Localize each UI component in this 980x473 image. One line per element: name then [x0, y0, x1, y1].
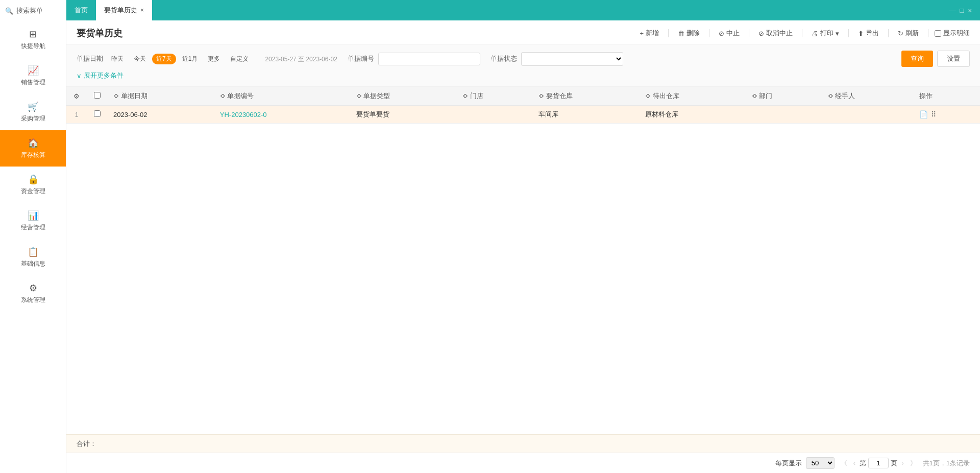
table-row[interactable]: 1 2023-06-02 YH-20230602-0 要货单要货 车间库 原材料… — [66, 106, 980, 124]
row-checkbox[interactable] — [94, 110, 101, 117]
per-page-label: 每页显示 — [775, 459, 802, 468]
refresh-icon: ↻ — [898, 30, 903, 37]
sum-label: 合计： — [77, 439, 96, 448]
active-tab-label: 要货单历史 — [104, 6, 137, 15]
sidebar-item-label: 资金管理 — [21, 187, 45, 196]
stop-button[interactable]: ⊘ 中止 — [716, 27, 743, 40]
cancel-stop-icon: ⊘ — [758, 30, 764, 37]
th-settings[interactable]: ⚙ — [66, 87, 87, 106]
tab-close-icon[interactable]: × — [140, 7, 144, 14]
th-store[interactable]: ≎ 门店 — [456, 87, 532, 106]
per-page-select[interactable]: 10 20 50 100 — [806, 457, 835, 469]
date-range-display: 2023-05-27 至 2023-06-02 — [265, 54, 337, 64]
print-dropdown-icon: ▾ — [836, 30, 839, 37]
show-detail-checkbox-label[interactable]: 显示明细 — [935, 29, 970, 38]
sidebar-search[interactable]: 🔍 搜索菜单 — [0, 0, 66, 21]
th-doc-type[interactable]: ≎ 单据类型 — [350, 87, 457, 106]
th-req-warehouse[interactable]: ≎ 要货仓库 — [532, 87, 639, 106]
settings-button[interactable]: 设置 — [937, 51, 970, 67]
export-button[interactable]: ⬆ 导出 — [855, 27, 882, 40]
page-title: 要货单历史 — [77, 27, 122, 39]
main-area: 首页 要货单历史 × — □ × 要货单历史 + 新增 🗑 删除 — [66, 0, 980, 473]
edit-icon[interactable]: 📄 — [919, 110, 928, 119]
show-detail-checkbox[interactable] — [935, 30, 941, 37]
date-filter-label: 单据日期 — [77, 54, 103, 63]
sep6 — [888, 29, 889, 37]
last-page-btn[interactable]: 》 — [908, 458, 919, 469]
sidebar-item-system[interactable]: ⚙ 系统管理 — [0, 275, 66, 312]
doc-no-link[interactable]: YH-20230602-0 — [220, 111, 267, 119]
sep5 — [848, 29, 849, 37]
tab-bar: 首页 要货单历史 × — □ × — [66, 0, 980, 20]
query-button[interactable]: 查询 — [901, 51, 933, 67]
date-filter-group: 单据日期 昨天 今天 近7天 近1月 更多 自定义 — [77, 54, 253, 64]
sidebar-item-label: 销售管理 — [21, 78, 45, 87]
page-nav: 《 ‹ 第 页 › 》 — [839, 458, 919, 469]
sidebar-item-label: 系统管理 — [21, 296, 45, 304]
row-checkbox-cell[interactable] — [87, 106, 107, 124]
new-button[interactable]: + 新增 — [636, 27, 662, 40]
minimize-icon[interactable]: — — [949, 7, 956, 14]
th-checkbox[interactable] — [87, 87, 107, 106]
sidebar-item-operations[interactable]: 📊 经营管理 — [0, 203, 66, 239]
cancel-stop-button[interactable]: ⊘ 取消中止 — [755, 27, 796, 40]
filter-area: 单据日期 昨天 今天 近7天 近1月 更多 自定义 2023-05-27 至 2… — [66, 44, 980, 87]
print-button[interactable]: 🖨 打印 ▾ — [808, 27, 842, 40]
more-icon[interactable]: ⠿ — [931, 110, 936, 119]
maximize-icon[interactable]: □ — [960, 7, 964, 14]
home-tab-label: 首页 — [75, 6, 88, 15]
window-close-icon[interactable]: × — [968, 7, 972, 14]
row-doc-no[interactable]: YH-20230602-0 — [214, 106, 350, 124]
page-input[interactable] — [868, 458, 889, 468]
th-pending-warehouse[interactable]: ≎ 待出仓库 — [639, 87, 746, 106]
sidebar-item-label: 采购管理 — [21, 114, 45, 123]
sidebar: 🔍 搜索菜单 ⊞ 快捷导航 📈 销售管理 🛒 采购管理 🏠 库存核算 🔒 资金管… — [0, 0, 66, 473]
status-select[interactable] — [521, 52, 623, 66]
doc-number-input[interactable] — [378, 53, 480, 65]
sidebar-item-sales[interactable]: 📈 销售管理 — [0, 58, 66, 94]
th-date[interactable]: ≎ 单据日期 — [107, 87, 214, 106]
date-btn-custom[interactable]: 自定义 — [226, 54, 253, 64]
row-pending-warehouse: 原材料仓库 — [639, 106, 746, 124]
sep7 — [928, 29, 928, 37]
th-doc-no[interactable]: ≎ 单据编号 — [214, 87, 350, 106]
total-info: 共1页，1条记录 — [923, 459, 970, 468]
prev-page-btn[interactable]: ‹ — [851, 458, 857, 468]
pagination: 每页显示 10 20 50 100 《 ‹ 第 页 › 》 共1页，1条记录 — [66, 453, 980, 473]
sidebar-item-purchase[interactable]: 🛒 采购管理 — [0, 94, 66, 130]
next-page-btn[interactable]: › — [899, 458, 905, 468]
first-page-btn[interactable]: 《 — [839, 458, 849, 469]
page-header: 要货单历史 + 新增 🗑 删除 ⊘ 中止 ⊘ — [66, 20, 980, 44]
expand-filter-btn[interactable]: ∨ 展开更多条件 — [77, 71, 970, 80]
date-btn-today[interactable]: 今天 — [130, 54, 150, 64]
delete-button[interactable]: 🗑 删除 — [675, 27, 703, 40]
th-action: 操作 — [913, 87, 980, 106]
sidebar-item-label: 快捷导航 — [21, 42, 45, 51]
new-icon: + — [640, 30, 644, 37]
date-btn-yesterday[interactable]: 昨天 — [107, 54, 128, 64]
sidebar-item-finance[interactable]: 🔒 资金管理 — [0, 167, 66, 203]
lock-icon: 🔒 — [28, 174, 39, 185]
date-btn-1month[interactable]: 近1月 — [178, 54, 202, 64]
search-icon: 🔍 — [5, 7, 13, 15]
date-btn-more[interactable]: 更多 — [204, 54, 224, 64]
doc-icon: 📋 — [28, 246, 39, 257]
select-all-checkbox[interactable] — [94, 92, 101, 99]
show-detail-label: 显示明细 — [943, 29, 970, 38]
status-label: 单据状态 — [491, 54, 517, 63]
refresh-button[interactable]: ↻ 刷新 — [895, 27, 922, 40]
page-prefix-label: 第 — [860, 459, 866, 468]
sidebar-item-inventory[interactable]: 🏠 库存核算 — [0, 130, 66, 167]
sidebar-item-quick-nav[interactable]: ⊞ 快捷导航 — [0, 21, 66, 58]
tab-active[interactable]: 要货单历史 × — [96, 0, 152, 20]
tab-home[interactable]: 首页 — [66, 0, 96, 20]
data-table: ⚙ ≎ 单据日期 ≎ 单据编号 ≎ 单据类型 ≎ 门店 ≎ 要货仓库 ≎ 待出仓… — [66, 87, 980, 124]
toolbar: + 新增 🗑 删除 ⊘ 中止 ⊘ 取消中止 — [636, 27, 970, 40]
date-buttons: 昨天 今天 近7天 近1月 更多 自定义 — [107, 54, 253, 64]
th-handler[interactable]: ≎ 经手人 — [822, 87, 913, 106]
date-btn-7days[interactable]: 近7天 — [152, 54, 176, 64]
new-label: 新增 — [646, 29, 659, 38]
row-doc-type: 要货单要货 — [350, 106, 457, 124]
sidebar-item-basic-info[interactable]: 📋 基础信息 — [0, 239, 66, 275]
th-department[interactable]: ≎ 部门 — [746, 87, 822, 106]
